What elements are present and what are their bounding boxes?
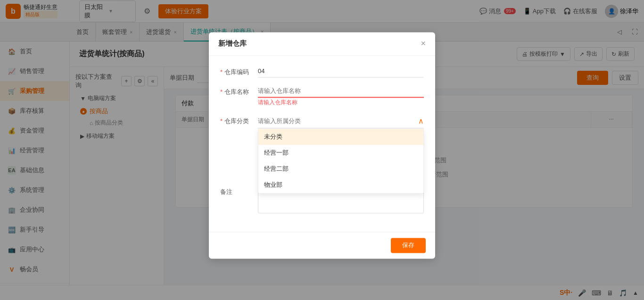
classify-option-uncategorized[interactable]: 未分类 [258, 129, 423, 145]
required-star-2: * [220, 88, 223, 95]
required-star: * [220, 68, 223, 75]
notes-label: 备注 [220, 185, 258, 196]
name-error-msg: 请输入仓库名称 [258, 99, 424, 107]
classify-dropdown: 未分类 经营一部 经营二部 物业部 [258, 128, 424, 193]
code-label: * 仓库编码 [220, 65, 258, 76]
code-input[interactable] [258, 65, 424, 77]
code-control [258, 65, 424, 77]
option-property-label: 物业部 [264, 181, 282, 188]
classify-option-dept2[interactable]: 经营二部 [258, 161, 423, 177]
name-label: * 仓库名称 [220, 85, 258, 96]
save-button[interactable]: 保存 [391, 238, 426, 253]
new-warehouse-modal: 新增仓库 × * 仓库编码 * 仓库名称 请输入仓库名称 [209, 32, 435, 258]
classify-input[interactable] [258, 117, 418, 125]
classify-option-dept1[interactable]: 经营一部 [258, 145, 423, 161]
classify-label-text: 仓库分类 [224, 117, 249, 125]
option-dept2-label: 经营二部 [264, 165, 289, 172]
name-label-text: 仓库名称 [224, 88, 249, 95]
classify-control: ∧ 未分类 经营一部 经营二部 物业部 [258, 114, 424, 128]
modal-title: 新增仓库 [218, 39, 247, 48]
classify-label: * 仓库分类 [220, 114, 258, 125]
name-input[interactable] [258, 85, 424, 98]
required-star-3: * [220, 117, 223, 125]
modal-close-icon[interactable]: × [421, 39, 426, 49]
option-uncategorized-label: 未分类 [264, 133, 282, 140]
option-dept1-label: 经营一部 [264, 149, 289, 156]
form-row-classify: * 仓库分类 ∧ 未分类 经营一部 经营二部 [220, 114, 424, 128]
code-label-text: 仓库编码 [224, 68, 249, 75]
form-row-code: * 仓库编码 [220, 65, 424, 77]
modal-footer: 保存 [209, 232, 435, 258]
modal-header: 新增仓库 × [209, 32, 435, 56]
name-control: 请输入仓库名称 [258, 85, 424, 107]
modal-body: * 仓库编码 * 仓库名称 请输入仓库名称 * 仓库分类 [209, 56, 435, 232]
form-row-name: * 仓库名称 请输入仓库名称 [220, 85, 424, 107]
classify-option-property[interactable]: 物业部 [258, 177, 423, 193]
classify-arrow-icon[interactable]: ∧ [418, 117, 424, 125]
notes-label-text: 备注 [220, 188, 232, 195]
classify-input-row: ∧ [258, 114, 424, 128]
